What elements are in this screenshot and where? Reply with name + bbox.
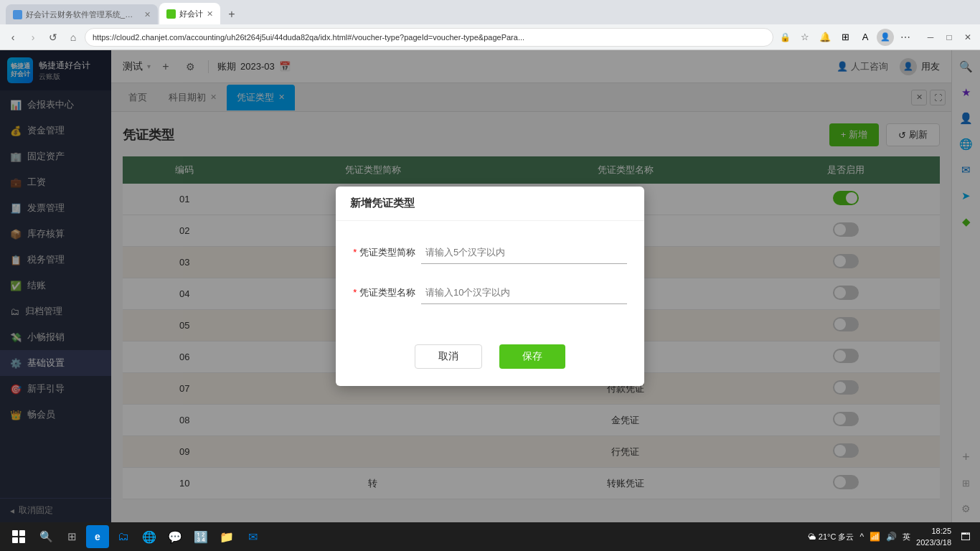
back-button[interactable]: ‹	[4, 29, 22, 46]
tab2-label: 好会计	[179, 9, 203, 19]
taskbar-notifications[interactable]: 🗔	[957, 528, 974, 545]
browser-tab-active[interactable]: 好会计 ✕	[159, 3, 220, 24]
extension2-button[interactable]: ⊞	[837, 29, 854, 46]
extensions-button[interactable]: 🔒	[776, 29, 793, 46]
taskbar-lang: 英	[903, 532, 910, 542]
taskbar-task-view[interactable]: ⊞	[60, 525, 83, 548]
dialog: 新增凭证类型 * 凭证类型简称 * 凭证类型名称 取消 保存	[336, 187, 644, 386]
browser-tab-inactive[interactable]: 好会计云财务软件管理系统_会计 ✕	[6, 4, 158, 24]
taskbar-app5[interactable]: 📁	[215, 525, 238, 548]
address-input[interactable]	[85, 28, 773, 47]
cancel-button[interactable]: 取消	[415, 344, 482, 369]
tab1-label: 好会计云财务软件管理系统_会计	[26, 9, 141, 20]
taskbar-app4[interactable]: 🔢	[189, 525, 212, 548]
taskbar-explorer[interactable]: 🗂	[112, 525, 135, 548]
taskbar-weather: 🌥 21°C 多云	[808, 532, 854, 542]
short-input[interactable]	[421, 241, 627, 264]
taskbar-chrome[interactable]: 🌐	[138, 525, 161, 548]
form-row-short: * 凭证类型简称	[353, 241, 627, 264]
save-button[interactable]: 保存	[499, 344, 565, 369]
bookmark-button[interactable]: ☆	[796, 29, 814, 46]
dialog-header: 新增凭证类型	[336, 187, 644, 221]
taskbar-search[interactable]: 🔍	[34, 525, 57, 548]
home-button[interactable]: ⌂	[65, 29, 82, 46]
maximize-button[interactable]: □	[941, 29, 957, 45]
cancel-label: 取消	[438, 350, 458, 362]
dialog-overlay: 新增凭证类型 * 凭证类型简称 * 凭证类型名称 取消 保存	[0, 50, 980, 522]
dialog-footer: 取消 保存	[336, 336, 644, 386]
taskbar-clock: 18:25 2023/3/18	[916, 525, 951, 549]
taskbar: 🔍 ⊞ e 🗂 🌐 💬 🔢 📁 ✉ 🌥 21°C 多云 ^ 📶 🔊 英 18:2…	[0, 522, 980, 551]
browser-chrome: 好会计云财务软件管理系统_会计 ✕ 好会计 ✕ + ‹ › ↺ ⌂ 🔒 ☆ 🔔 …	[0, 0, 980, 50]
taskbar-start[interactable]	[6, 525, 32, 548]
taskbar-time: 18:25	[916, 525, 951, 537]
extension1-button[interactable]: 🔔	[816, 29, 834, 46]
minimize-button[interactable]: ─	[923, 29, 938, 45]
dialog-title: 新增凭证类型	[350, 197, 415, 209]
forward-button[interactable]: ›	[24, 29, 42, 46]
taskbar-network: ^	[859, 532, 864, 542]
short-label: * 凭证类型简称	[353, 246, 421, 259]
taskbar-right: 🌥 21°C 多云 ^ 📶 🔊 英 18:25 2023/3/18 🗔	[808, 525, 974, 549]
tab2-close[interactable]: ✕	[207, 9, 213, 19]
taskbar-wechat[interactable]: 💬	[164, 525, 187, 548]
dialog-body: * 凭证类型简称 * 凭证类型名称	[336, 221, 644, 336]
new-tab-button[interactable]: +	[222, 4, 242, 24]
name-input[interactable]	[421, 281, 627, 304]
name-label: * 凭证类型名称	[353, 286, 421, 299]
close-browser-button[interactable]: ✕	[960, 29, 976, 45]
taskbar-date: 2023/3/18	[916, 537, 951, 549]
extension3-button[interactable]: A	[857, 29, 874, 46]
taskbar-edge[interactable]: e	[86, 525, 109, 548]
taskbar-wifi: 📶	[870, 532, 880, 542]
tab1-close[interactable]: ✕	[144, 10, 151, 19]
form-row-name: * 凭证类型名称	[353, 281, 627, 304]
save-label: 保存	[522, 350, 542, 362]
menu-button[interactable]: ⋯	[897, 29, 914, 46]
reload-button[interactable]: ↺	[44, 29, 62, 46]
browser-tabs-bar: 好会计云财务软件管理系统_会计 ✕ 好会计 ✕ +	[0, 0, 980, 24]
profile-button[interactable]: 👤	[877, 29, 894, 46]
address-bar: ‹ › ↺ ⌂ 🔒 ☆ 🔔 ⊞ A 👤 ⋯ ─ □ ✕	[0, 24, 980, 50]
taskbar-app6[interactable]: ✉	[241, 525, 264, 548]
taskbar-volume: 🔊	[886, 532, 897, 542]
